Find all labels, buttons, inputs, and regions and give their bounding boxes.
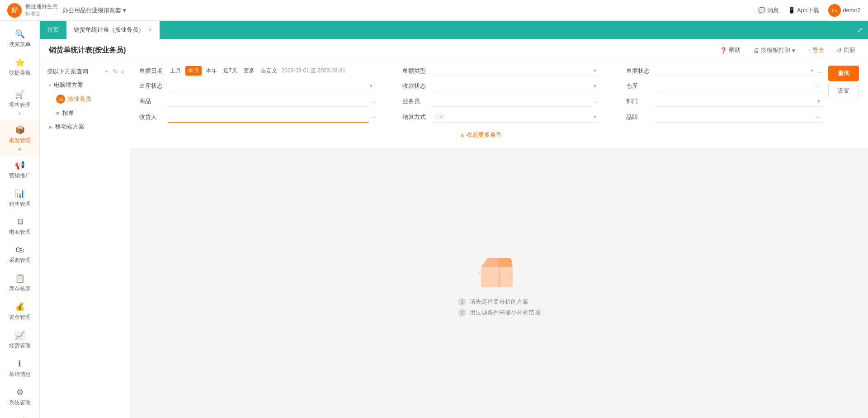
app-title[interactable]: 办公用品行业模拟账套 ▾ <box>62 6 126 14</box>
warehouse-dots[interactable]: ... <box>818 67 823 74</box>
sidebar-item-sales[interactable]: 📊 销售管理 <box>0 184 39 213</box>
this-year-btn[interactable]: 本年 <box>204 66 219 76</box>
filter-item-receipt: 收款状态 ▾ <box>402 81 599 91</box>
tree-item-order[interactable]: ≡ 按单 <box>40 106 130 120</box>
print-button[interactable]: 🖨 按模板打印 ▾ <box>750 44 799 56</box>
sidebar-item-label: 零售管理 <box>9 101 31 109</box>
empty-icon-container: ✦ ✦ <box>474 250 524 290</box>
sidebar-item-system[interactable]: ⚙ 系统管理 <box>0 383 39 411</box>
product-dots[interactable]: ··· <box>370 98 375 105</box>
doc-type-select[interactable]: ▾ <box>431 66 599 76</box>
filter-row-4: 收货人 ··· 结算方式 <box>139 111 823 123</box>
brand-select[interactable]: ··· <box>655 112 823 123</box>
out-status-select[interactable]: ▾ <box>168 81 375 91</box>
sidebar-item-purchase[interactable]: 🛍 采购管理 <box>0 241 39 269</box>
sidebar-item-finance[interactable]: 💰 资金管理 <box>0 297 39 326</box>
tab-expand-icon[interactable]: ⤢ <box>851 26 868 34</box>
filter-item-department: 部门 ▾ <box>626 96 823 107</box>
empty-hints: 1 请先选择要分析的方案 2 用过滤条件来缩小分析范围 <box>458 298 540 317</box>
date-label: 单据日期 <box>139 67 165 75</box>
wholesale-icon: 📦 <box>15 125 25 135</box>
logo-text: 畅捷通好生意 <box>25 3 58 10</box>
recipient-input[interactable] <box>168 112 368 123</box>
tab-close-icon[interactable]: × <box>149 27 152 33</box>
dept-select[interactable]: ▾ <box>655 96 823 107</box>
svg-text:✦: ✦ <box>478 271 481 276</box>
last-month-btn[interactable]: 上月 <box>168 66 183 76</box>
more-btn[interactable]: 更多 <box>242 66 256 76</box>
custom-btn[interactable]: 自定义 <box>259 66 279 76</box>
filter-item-date: 单据日期 上月 本月 本年 近7天 更多 自定义 <box>139 66 375 76</box>
brand-label: 品牌 <box>626 113 651 121</box>
logo-label: 标准版 <box>25 10 58 17</box>
left-panel-icons: ＋ ✎ « <box>104 67 124 76</box>
sidebar-item-basicinfo[interactable]: ℹ 基础信息 <box>0 354 39 383</box>
warehouse-select[interactable]: ··· <box>655 81 823 91</box>
salesman-dots[interactable]: ··· <box>594 98 599 105</box>
collapse-bar[interactable]: ∧ 收起更多条件 <box>139 127 823 142</box>
filter-item-warehouse: 仓库 ··· <box>626 81 823 91</box>
this-month-btn[interactable]: 本月 <box>185 66 202 76</box>
collab-icon: 🤝 <box>15 416 25 418</box>
app-download-action[interactable]: 📱 App下载 <box>788 6 819 14</box>
filter-item-salesman: 业务员 ··· <box>402 96 599 107</box>
sidebar-item-marketing[interactable]: 📢 营销推广 <box>0 156 39 184</box>
settlement-select[interactable]: × ▾ <box>431 111 599 123</box>
user-profile[interactable]: Ea demo2 <box>828 4 861 17</box>
sidebar-item-label: 资金管理 <box>9 314 31 321</box>
left-panel-header: 按以下方案查询 ＋ ✎ « <box>40 65 130 78</box>
warehouse-dots-2[interactable]: ··· <box>815 82 820 89</box>
recipient-dots[interactable]: ··· <box>370 114 375 120</box>
doc-status-select[interactable]: ▾ <box>655 66 816 76</box>
content-area: 首页 销货单统计表（按业务员） × ⤢ 销货单统计表(按业务员) ❓ 帮助 <box>40 21 868 418</box>
operations-icon: 📈 <box>15 330 25 340</box>
tab-home[interactable]: 首页 <box>40 21 66 39</box>
salesman-label: 业务员 <box>402 97 428 105</box>
sidebar-item-inventory[interactable]: 📋 库存核算 <box>0 269 39 297</box>
receipt-select[interactable]: ▾ <box>431 81 599 91</box>
dropdown-icon: ▾ <box>123 7 126 14</box>
tree-item-salesman[interactable]: 员 按业务员 <box>40 92 130 106</box>
finance-icon: 💰 <box>15 302 25 312</box>
quicknav-icon: ⭐ <box>15 57 25 67</box>
tree-item-pc[interactable]: ▾ 电脑端方案 <box>40 78 130 92</box>
filter-item-doctype: 单据类型 ▾ <box>402 66 599 76</box>
sidebar-item-wholesale[interactable]: 📦 批发管理 ▴ <box>0 120 39 156</box>
doc-type-label: 单据类型 <box>402 67 428 75</box>
settings-button[interactable]: 设置 <box>828 84 859 98</box>
query-button[interactable]: 查询 <box>828 66 859 81</box>
sidebar-item-search[interactable]: 🔍 搜索菜单 <box>0 24 39 53</box>
sidebar-item-ecommerce[interactable]: 🖥 电商管理 <box>0 213 39 241</box>
logo-text-area: 畅捷通好生意 标准版 <box>25 3 58 17</box>
page-title: 销货单统计表(按业务员) <box>49 46 126 55</box>
brand-dots[interactable]: ··· <box>815 114 820 120</box>
expand-icon: ▾ <box>19 111 21 116</box>
dept-arrow: ▾ <box>817 98 820 104</box>
collapse-icon: ∧ <box>460 132 465 138</box>
collapse-panel-icon[interactable]: « <box>121 68 124 75</box>
date-range: 2023-03-01 至 2023-03-31 <box>282 67 345 75</box>
salesman-input[interactable] <box>431 96 592 107</box>
export-icon: ↑ <box>808 47 811 54</box>
settlement-tag-close[interactable]: × <box>439 114 442 119</box>
refresh-button[interactable]: ↺ 刷新 <box>833 44 859 56</box>
right-area: 单据日期 上月 本月 本年 近7天 更多 自定义 <box>130 60 868 418</box>
product-input[interactable] <box>168 96 368 107</box>
dept-label: 部门 <box>626 97 651 105</box>
sidebar-item-retail[interactable]: 🛒 零售管理 ▾ <box>0 85 39 120</box>
add-scheme-icon[interactable]: ＋ <box>104 67 110 76</box>
tab-sales-stats[interactable]: 销货单统计表（按业务员） × <box>66 21 160 39</box>
sidebar-item-operations[interactable]: 📈 经营管理 <box>0 326 39 354</box>
last-7-days-btn[interactable]: 近7天 <box>222 66 239 76</box>
empty-state-svg: ✦ ✦ <box>474 250 524 290</box>
message-action[interactable]: 💬 消息 <box>758 6 779 14</box>
help-button[interactable]: ❓ 帮助 <box>716 44 744 56</box>
export-button[interactable]: ↑ 导出 <box>804 44 828 56</box>
left-panel-title: 按以下方案查询 <box>47 67 88 76</box>
filter-row-2: 出库状态 ▾ 收款状态 <box>139 81 823 91</box>
sidebar-item-quicknav[interactable]: ⭐ 快捷导航 <box>0 53 39 81</box>
edit-scheme-icon[interactable]: ✎ <box>113 68 118 75</box>
tree-item-mobile[interactable]: ▶ 移动端方案 <box>40 120 130 133</box>
inventory-icon: 📋 <box>15 273 25 283</box>
sidebar-item-collab[interactable]: 🤝 企业协同 <box>0 411 39 418</box>
